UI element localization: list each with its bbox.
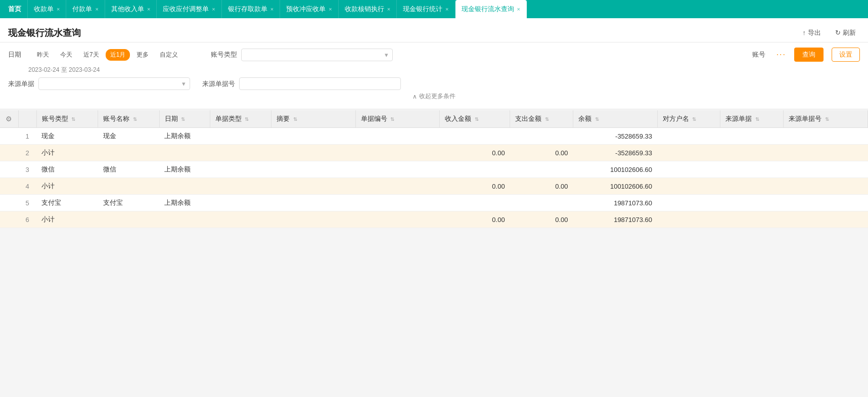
date-btn-自定义[interactable]: 自定义 xyxy=(155,49,182,61)
date-buttons: 昨天今天近7天近1月更多自定义 xyxy=(32,49,182,61)
date-filter-group: 日期 昨天今天近7天近1月更多自定义 xyxy=(8,49,182,61)
sort-icon-source-doc: ⇅ xyxy=(755,116,759,122)
source-doc-select[interactable]: ▾ xyxy=(38,77,190,90)
nav-tab-other-income[interactable]: 其他收入单× xyxy=(105,0,157,18)
col-expense[interactable]: 支出金额 ⇅ xyxy=(510,110,573,128)
date-btn-今天[interactable]: 今天 xyxy=(56,49,77,61)
source-doc-no-group: 来源单据号 xyxy=(202,77,401,90)
nav-tab-close-bank-deposit[interactable]: × xyxy=(270,6,273,12)
nav-tab-close-cash-bank-stat[interactable]: × xyxy=(445,6,448,12)
row-number: 2 xyxy=(18,145,36,161)
source-doc-group: 来源单据 ▾ xyxy=(8,77,190,90)
source-doc-no-input[interactable] xyxy=(239,77,401,90)
cell-accountName xyxy=(98,178,160,195)
row-gear xyxy=(0,195,18,211)
date-btn-近7天[interactable]: 近7天 xyxy=(79,49,104,61)
nav-tab-close-payment[interactable]: × xyxy=(95,6,98,12)
query-button[interactable]: 查询 xyxy=(794,48,824,62)
nav-tab-bank-deposit[interactable]: 银行存取款单× xyxy=(222,0,280,18)
cell-summary xyxy=(271,178,356,195)
cell-counterparty xyxy=(657,195,720,211)
nav-tab-close-other-income[interactable]: × xyxy=(147,6,150,12)
main-table: ⚙ 账号类型 ⇅ 账号名称 ⇅ 日期 ⇅ 单据类型 ⇅ 摘要 ⇅ xyxy=(0,110,868,228)
table-area: ⚙ 账号类型 ⇅ 账号名称 ⇅ 日期 ⇅ 单据类型 ⇅ 摘要 ⇅ xyxy=(0,110,868,228)
nav-tab-receipt[interactable]: 收款单× xyxy=(28,0,66,18)
collapse-bar[interactable]: ∧ 收起更多条件 xyxy=(8,90,860,104)
cell-accountName xyxy=(98,145,160,161)
nav-tab-collect-verify[interactable]: 收款核销执行× xyxy=(339,0,397,18)
cell-accountType: 支付宝 xyxy=(36,195,98,211)
source-doc-no-label: 来源单据号 xyxy=(202,79,235,89)
settings-button[interactable]: 设置 xyxy=(832,48,860,62)
cell-date: 上期余额 xyxy=(159,161,210,178)
table-gear-icon[interactable]: ⚙ xyxy=(6,115,12,123)
cell-sourceDoc xyxy=(720,128,784,145)
account-type-group: 账号类型 ▾ xyxy=(211,49,744,61)
table-row: 3微信微信上期余额100102606.60 xyxy=(0,161,868,178)
nav-tab-close-collect-verify[interactable]: × xyxy=(387,6,390,12)
nav-tab-ap-adjust[interactable]: 应收应付调整单× xyxy=(157,0,221,18)
cell-balance: 100102606.60 xyxy=(573,178,658,195)
cell-voucherNo xyxy=(355,161,440,178)
cell-counterparty xyxy=(657,145,720,161)
nav-tab-prepay-offset[interactable]: 预收冲应收单× xyxy=(280,0,338,18)
nav-tab-close-prepay-offset[interactable]: × xyxy=(329,6,332,12)
sort-icon-counterparty: ⇅ xyxy=(692,116,696,122)
cell-counterparty xyxy=(657,128,720,145)
cell-voucherNo xyxy=(355,145,440,161)
col-account-type[interactable]: 账号类型 ⇅ xyxy=(36,110,98,128)
nav-tab-home[interactable]: 首页 xyxy=(2,0,28,18)
date-btn-近1月[interactable]: 近1月 xyxy=(106,49,130,61)
date-btn-更多[interactable]: 更多 xyxy=(132,49,153,61)
row-gear xyxy=(0,128,18,145)
nav-tab-close-cash-bank-flow[interactable]: × xyxy=(517,6,520,12)
cell-date: 上期余额 xyxy=(159,195,210,211)
account-no-dots-button[interactable]: ··· xyxy=(776,50,786,59)
sort-icon-balance: ⇅ xyxy=(595,116,599,122)
cell-income xyxy=(440,128,510,145)
table-body: 1现金现金上期余额-3528659.332小计0.000.00-3528659.… xyxy=(0,128,868,228)
cell-expense xyxy=(510,161,573,178)
col-voucher-type[interactable]: 单据类型 ⇅ xyxy=(210,110,271,128)
cell-income xyxy=(440,161,510,178)
filter-row-2: 来源单据 ▾ 来源单据号 xyxy=(8,77,860,90)
col-counterparty[interactable]: 对方户名 ⇅ xyxy=(657,110,720,128)
cell-sourceDocNo xyxy=(784,145,868,161)
col-income[interactable]: 收入金额 ⇅ xyxy=(440,110,510,128)
table-header: ⚙ 账号类型 ⇅ 账号名称 ⇅ 日期 ⇅ 单据类型 ⇅ 摘要 ⇅ xyxy=(0,110,868,128)
cell-voucherNo xyxy=(355,211,440,228)
cell-expense: 0.00 xyxy=(510,178,573,195)
page-title: 现金银行流水查询 xyxy=(8,27,81,39)
export-button[interactable]: ↑ 导出 xyxy=(799,26,826,39)
col-summary[interactable]: 摘要 ⇅ xyxy=(271,110,356,128)
cell-accountName: 微信 xyxy=(98,161,160,178)
col-source-doc-no[interactable]: 来源单据号 ⇅ xyxy=(784,110,868,128)
nav-tab-close-ap-adjust[interactable]: × xyxy=(212,6,215,12)
cell-accountType: 小计 xyxy=(36,178,98,195)
cell-sourceDocNo xyxy=(784,211,868,228)
cell-date xyxy=(159,145,210,161)
cell-accountName: 支付宝 xyxy=(98,195,160,211)
account-type-select[interactable]: ▾ xyxy=(241,49,393,61)
cell-voucherType xyxy=(210,211,271,228)
cell-accountType: 小计 xyxy=(36,145,98,161)
nav-tab-payment[interactable]: 付款单× xyxy=(66,0,105,18)
source-doc-chevron-icon: ▾ xyxy=(182,80,186,87)
table-row: 6小计0.000.0019871073.60 xyxy=(0,211,868,228)
col-account-name[interactable]: 账号名称 ⇅ xyxy=(98,110,160,128)
account-type-label: 账号类型 xyxy=(211,50,237,59)
col-date[interactable]: 日期 ⇅ xyxy=(159,110,210,128)
top-nav: 首页收款单×付款单×其他收入单×应收应付调整单×银行存取款单×预收冲应收单×收款… xyxy=(0,0,868,18)
nav-tab-cash-bank-stat[interactable]: 现金银行统计× xyxy=(397,0,455,18)
col-balance[interactable]: 余额 ⇅ xyxy=(573,110,658,128)
row-number: 6 xyxy=(18,211,36,228)
sort-icon-summary: ⇅ xyxy=(293,116,297,122)
nav-tab-close-receipt[interactable]: × xyxy=(57,6,60,12)
col-voucher-no[interactable]: 单据编号 ⇅ xyxy=(355,110,440,128)
nav-tab-cash-bank-flow[interactable]: 现金银行流水查询× xyxy=(455,0,527,18)
col-source-doc[interactable]: 来源单据 ⇅ xyxy=(720,110,784,128)
cell-date xyxy=(159,211,210,228)
cell-balance: -3528659.33 xyxy=(573,145,658,161)
refresh-button[interactable]: ↻ 刷新 xyxy=(831,26,860,39)
date-btn-昨天[interactable]: 昨天 xyxy=(32,49,54,61)
